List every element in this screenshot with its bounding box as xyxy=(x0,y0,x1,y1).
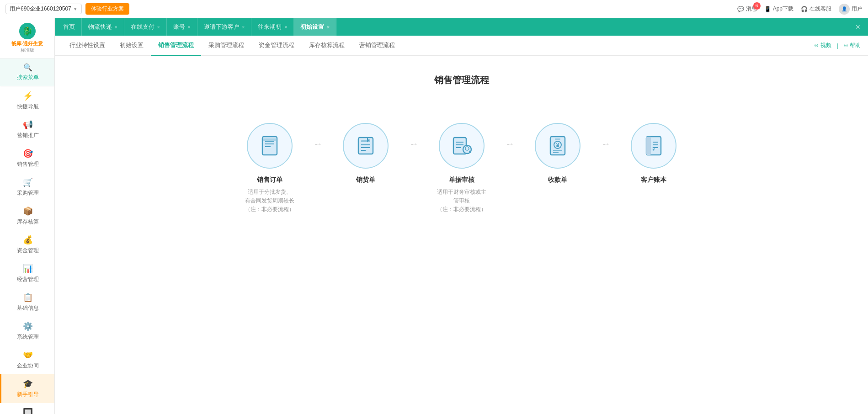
close-icon[interactable]: × xyxy=(157,25,160,30)
sidebar-item-system[interactable]: ⚙️ 系统管理 xyxy=(0,317,54,345)
sidebar-item-label: 企业协同 xyxy=(17,362,39,370)
delivery-icon xyxy=(355,135,377,157)
nav-tab-logistics[interactable]: 物流快递 × xyxy=(82,18,124,36)
svg-text:¥: ¥ xyxy=(556,142,559,149)
logo-icon: 🐉 xyxy=(19,23,36,39)
sub-tab-purchase-flow[interactable]: 采购管理流程 xyxy=(201,36,251,56)
sub-tab-industry[interactable]: 行业特性设置 xyxy=(62,36,112,56)
sub-tab-sales-flow[interactable]: 销售管理流程 xyxy=(151,36,201,56)
chevron-down-icon: ▼ xyxy=(73,6,78,11)
sidebar-item-purchase-mgmt[interactable]: 🛒 采购管理 xyxy=(0,173,54,202)
nav-bar-close-icon[interactable]: ✕ xyxy=(850,23,866,31)
flow-item-review[interactable]: 单据审核 适用于财务审核或主管审核（注：非必要流程） xyxy=(425,123,498,214)
review-icon xyxy=(451,135,473,157)
flow-desc-sales-order: 适用于分批发货、有合同发货周期较长（注：非必要流程） xyxy=(245,188,294,214)
sidebar-item-label: 采购管理 xyxy=(17,189,39,197)
message-badge: 6 xyxy=(753,2,761,10)
cart-icon: 🛒 xyxy=(23,177,33,187)
flow-item-account-book[interactable]: ¥ 客户账本 xyxy=(617,123,690,188)
sidebar-item-operations[interactable]: 📊 经营管理 xyxy=(0,259,54,288)
nav-tab-period[interactable]: 往来期初 × xyxy=(251,18,294,36)
megaphone-icon: 📢 xyxy=(23,120,33,130)
search-icon: 🔍 xyxy=(23,63,32,72)
nav-tab-label: 在线支付 xyxy=(131,23,154,31)
flow-item-receipt[interactable]: ¥ 收款单 xyxy=(521,123,594,188)
sidebar-item-new-guide[interactable]: 🎓 新手引导 xyxy=(0,374,54,403)
logo-subtext: 标准版 xyxy=(21,47,34,53)
nav-tab-label: 物流快递 xyxy=(88,23,112,31)
chart-icon: 📊 xyxy=(23,264,33,274)
sidebar-item-label: 新手引导 xyxy=(17,391,39,398)
nav-tab-label: 邀请下游客户 xyxy=(204,23,240,31)
apps-icon: 🔲 xyxy=(23,408,33,414)
nav-tab-invite[interactable]: 邀请下游客户 × xyxy=(197,18,252,36)
sidebar-item-search[interactable]: 🔍 搜索菜单 xyxy=(0,58,54,86)
user-avatar-item[interactable]: 👤 用户 xyxy=(839,4,863,15)
flow-desc-review: 适用于财务审核或主管审核（注：非必要流程） xyxy=(437,188,486,214)
sub-tabs-right: ⊙ 视频 | ⊙ 帮助 xyxy=(814,42,861,49)
mobile-icon: 📱 xyxy=(764,6,771,12)
help-link[interactable]: ⊙ 帮助 xyxy=(844,42,861,49)
flow-label-sales-order: 销售订单 xyxy=(257,176,282,184)
sidebar-item-basic-info[interactable]: 📋 基础信息 xyxy=(0,288,54,317)
gear-icon: ⚙️ xyxy=(23,321,33,331)
sub-tab-label: 营销管理流程 xyxy=(359,41,395,49)
target-icon: 🎯 xyxy=(23,149,33,159)
separator: | xyxy=(837,42,838,49)
nav-tab-account[interactable]: 账号 × xyxy=(167,18,197,36)
sub-tab-init[interactable]: 初始设置 xyxy=(112,36,151,56)
clipboard-icon: 📋 xyxy=(23,292,33,303)
sub-tab-label: 销售管理流程 xyxy=(158,41,194,49)
sidebar-item-label: 系统管理 xyxy=(17,333,39,341)
user-selector[interactable]: 用户690企业1660120507 ▼ xyxy=(5,4,82,14)
flow-circle-account-book: ¥ xyxy=(631,123,676,169)
nav-tab-label: 往来期初 xyxy=(258,23,282,31)
nav-tab-label: 账号 xyxy=(173,23,185,31)
sub-tab-finance-flow[interactable]: 资金管理流程 xyxy=(251,36,302,56)
sub-tab-label: 行业特性设置 xyxy=(69,41,105,49)
video-link[interactable]: ⊙ 视频 xyxy=(814,42,831,49)
sidebar-item-inventory[interactable]: 📦 库存核算 xyxy=(0,202,54,230)
nav-tab-home[interactable]: 首页 xyxy=(57,18,82,36)
sidebar-logo: 🐉 畅库·通好生意 标准版 xyxy=(0,18,54,58)
flow-label-account-book: 客户账本 xyxy=(641,176,666,184)
arrow-icon: --→ xyxy=(507,140,512,148)
nav-tab-init-settings[interactable]: 初始设置 × xyxy=(294,18,336,36)
sidebar-item-label: 基础信息 xyxy=(17,304,39,312)
headset-icon: 🎧 xyxy=(801,6,808,12)
sidebar: 🐉 畅库·通好生意 标准版 🔍 搜索菜单 ⚡ 快捷导航 📢 营销推广 🎯 销售管… xyxy=(0,18,55,414)
sidebar-item-quick-nav[interactable]: ⚡ 快捷导航 xyxy=(0,86,54,115)
close-icon[interactable]: × xyxy=(327,25,330,30)
close-icon[interactable]: × xyxy=(242,25,245,30)
flow-label-receipt: 收款单 xyxy=(548,176,567,184)
flow-arrow-4: --→ xyxy=(594,123,617,148)
online-service-label: 在线客服 xyxy=(809,5,831,13)
sidebar-item-label: 库存核算 xyxy=(17,218,39,226)
sidebar-item-sales-mgmt[interactable]: 🎯 销售管理 xyxy=(0,144,54,173)
sub-tab-inventory-flow[interactable]: 库存核算流程 xyxy=(302,36,352,56)
sidebar-item-finance[interactable]: 💰 资金管理 xyxy=(0,230,54,259)
sidebar-item-label: 快捷导航 xyxy=(17,103,39,111)
flow-arrow-1: --→ xyxy=(306,123,329,148)
arrow-icon: --→ xyxy=(603,140,608,148)
sidebar-item-app-center[interactable]: 🔲 应用中心 xyxy=(0,403,54,414)
nav-tab-payment[interactable]: 在线支付 × xyxy=(124,18,167,36)
trial-button[interactable]: 体验行业方案 xyxy=(85,3,129,15)
sidebar-item-marketing-promo[interactable]: 📢 营销推广 xyxy=(0,115,54,144)
app-download-item[interactable]: 📱 App下载 xyxy=(764,5,793,13)
sub-tab-marketing-flow[interactable]: 营销管理流程 xyxy=(352,36,402,56)
svg-rect-22 xyxy=(555,138,560,140)
close-icon[interactable]: × xyxy=(188,25,191,30)
flow-item-delivery[interactable]: 销货单 xyxy=(329,123,402,188)
message-item[interactable]: 💬 消息 6 xyxy=(737,5,757,13)
sub-tabs: 行业特性设置 初始设置 销售管理流程 采购管理流程 资金管理流程 库存核算流程 … xyxy=(55,36,868,56)
sub-tab-label: 资金管理流程 xyxy=(259,41,294,49)
online-service-item[interactable]: 🎧 在线客服 xyxy=(801,5,831,13)
flow-item-sales-order[interactable]: 销售订单 适用于分批发货、有合同发货周期较长（注：非必要流程） xyxy=(233,123,306,214)
close-icon[interactable]: × xyxy=(284,25,287,30)
flow-diagram: 销售订单 适用于分批发货、有合同发货周期较长（注：非必要流程） --→ xyxy=(73,114,850,223)
sidebar-item-enterprise-collab[interactable]: 🤝 企业协同 xyxy=(0,345,54,374)
app-download-label: App下载 xyxy=(773,5,793,13)
close-icon[interactable]: × xyxy=(115,25,117,30)
avatar: 👤 xyxy=(839,4,850,15)
